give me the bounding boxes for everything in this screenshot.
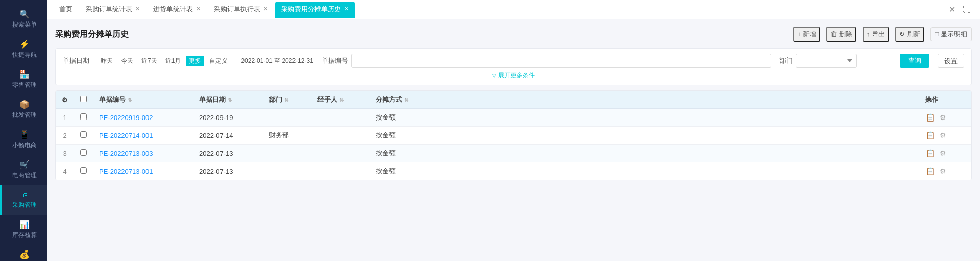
row-checkbox-3[interactable] xyxy=(80,149,87,156)
doc-no-input[interactable] xyxy=(351,54,771,68)
sidebar-item-retail[interactable]: 🏪零售管理 xyxy=(0,64,47,94)
expand-more-btn[interactable]: ▽ 展开更多条件 xyxy=(63,71,964,80)
tab-purchase-order-exec[interactable]: 采购订单执行表✕ xyxy=(208,2,274,18)
more-action-icon-3[interactable]: ⚙ xyxy=(939,148,947,158)
row-doc-no-3: PE-20220713-003 xyxy=(93,145,193,162)
edit-icon-4[interactable]: 📋 xyxy=(925,166,936,176)
dept-select[interactable] xyxy=(796,54,857,68)
doc-link-1[interactable]: PE-20220919-002 xyxy=(99,114,153,122)
row-handler-1 xyxy=(311,109,369,127)
tab-bar: 首页采购订单统计表✕进货单统计表✕采购订单执行表✕采购费用分摊单历史✕ ✕ ⛶ xyxy=(47,0,980,19)
sidebar-item-ecommerce[interactable]: 🛒电商管理 xyxy=(0,155,47,185)
inventory-icon: 📊 xyxy=(4,220,45,229)
sidebar-item-wholesale[interactable]: 📦批发管理 xyxy=(0,94,47,125)
tab-close-goods-receipt-stats[interactable]: ✕ xyxy=(196,6,201,12)
tab-purchase-order-stats[interactable]: 采购订单统计表✕ xyxy=(80,2,146,18)
tab-goods-receipt-stats[interactable]: 进货单统计表✕ xyxy=(147,2,207,18)
sidebar-item-inventory[interactable]: 📊库存核算 xyxy=(0,215,47,245)
row-handler-3 xyxy=(311,145,369,162)
more-btn[interactable]: 更多 xyxy=(186,56,204,66)
fullscreen-button[interactable]: ⛶ xyxy=(960,5,974,14)
edit-icon-1[interactable]: 📋 xyxy=(925,112,936,123)
close-window-button[interactable]: ✕ xyxy=(946,5,959,14)
today-btn[interactable]: 今天 xyxy=(118,56,136,66)
select-all-checkbox[interactable] xyxy=(80,96,87,102)
sort-icon-doc-date: ⇅ xyxy=(228,97,232,103)
th-actions: 操作 xyxy=(919,91,971,109)
th-dept: 部门⇅ xyxy=(263,91,311,109)
export-button[interactable]: ↑ 导出 xyxy=(863,27,889,42)
table-row: 3 PE-20220713-003 2022-07-13 按金额 📋 ⚙ xyxy=(56,145,971,162)
th-alloc-method: 分摊方式⇅ xyxy=(370,91,919,109)
row-actions-4: 📋 ⚙ xyxy=(919,162,971,180)
sort-icon-alloc: ⇅ xyxy=(404,97,408,103)
settings-button[interactable]: 设置 xyxy=(938,54,964,68)
dept-label: 部门 xyxy=(779,56,793,65)
sidebar-item-search[interactable]: 🔍搜索菜单 xyxy=(0,4,47,34)
more-action-icon-2[interactable]: ⚙ xyxy=(939,130,947,140)
row-actions-3: 📋 ⚙ xyxy=(919,145,971,162)
doc-link-4[interactable]: PE-20220713-001 xyxy=(99,168,153,175)
dept-field: 部门 xyxy=(779,54,892,68)
row-dept-4 xyxy=(263,162,311,180)
row-checkbox-4[interactable] xyxy=(80,167,87,174)
row-dept-1 xyxy=(263,109,311,127)
tab-close-purchase-order-exec[interactable]: ✕ xyxy=(263,6,268,12)
doc-link-3[interactable]: PE-20220713-003 xyxy=(99,150,153,157)
wholesale-icon: 📦 xyxy=(4,100,45,109)
row-num-3: 3 xyxy=(56,145,74,162)
sidebar-item-purchase[interactable]: 🛍采购管理 xyxy=(0,185,47,215)
row-check-3 xyxy=(74,145,93,162)
show-cols-button[interactable]: □ 显示明细 xyxy=(930,27,972,41)
table-header: ⚙ 单据编号⇅ 单据日期⇅ 部门⇅ 经手人⇅ xyxy=(56,91,971,109)
sidebar: 🔍搜索菜单⚡快捷导航🏪零售管理📦批发管理📱小畅电商🛒电商管理🛍采购管理📊库存核算… xyxy=(0,0,47,261)
tab-purchase-cost-history[interactable]: 采购费用分摊单历史✕ xyxy=(275,2,355,18)
row-num-1: 1 xyxy=(56,109,74,127)
row-dept-2: 财务部 xyxy=(263,127,311,145)
sort-icon-doc-no: ⇅ xyxy=(128,97,132,103)
finance-icon: 💰 xyxy=(4,250,45,259)
table-row: 4 PE-20220713-001 2022-07-13 按金额 📋 ⚙ xyxy=(56,162,971,180)
row-alloc-4: 按金额 xyxy=(370,162,919,180)
row-actions-2: 📋 ⚙ xyxy=(919,127,971,145)
edit-icon-3[interactable]: 📋 xyxy=(925,148,936,158)
row-doc-date-4: 2022-07-13 xyxy=(193,162,263,180)
7days-btn[interactable]: 近7天 xyxy=(138,56,160,66)
sidebar-item-mini[interactable]: 📱小畅电商 xyxy=(0,125,47,155)
query-button[interactable]: 查询 xyxy=(900,54,929,68)
row-checkbox-1[interactable] xyxy=(80,113,87,120)
table-row: 1 PE-20220919-002 2022-09-19 按金额 📋 ⚙ xyxy=(56,109,971,127)
filter-area: 单据日期 昨天 今天 近7天 近1月 更多 自定义 2022-01-01 至 2… xyxy=(55,48,972,85)
row-checkbox-2[interactable] xyxy=(80,131,87,138)
th-handler: 经手人⇅ xyxy=(311,91,369,109)
add-button[interactable]: + 新增 xyxy=(793,27,820,42)
page-content: 采购费用分摊单历史 + 新增 🗑 删除 ↑ 导出 ↻ 刷新 □ 显示明细 单据日… xyxy=(47,19,980,261)
data-table: ⚙ 单据编号⇅ 单据日期⇅ 部门⇅ 经手人⇅ xyxy=(56,91,971,180)
more-action-icon-4[interactable]: ⚙ xyxy=(939,166,947,176)
th-gear[interactable]: ⚙ xyxy=(56,91,74,109)
delete-button[interactable]: 🗑 删除 xyxy=(826,27,856,42)
row-alloc-2: 按金额 xyxy=(370,127,919,145)
custom-btn[interactable]: 自定义 xyxy=(206,56,231,66)
row-check-4 xyxy=(74,162,93,180)
sidebar-item-shortcut[interactable]: ⚡快捷导航 xyxy=(0,34,47,64)
more-action-icon-1[interactable]: ⚙ xyxy=(939,112,947,123)
refresh-button[interactable]: ↻ 刷新 xyxy=(895,27,924,42)
1month-btn[interactable]: 近1月 xyxy=(162,56,184,66)
table-body: 1 PE-20220919-002 2022-09-19 按金额 📋 ⚙ 2 P… xyxy=(56,109,971,180)
table-row: 2 PE-20220714-001 2022-07-14 财务部 按金额 📋 ⚙ xyxy=(56,127,971,145)
doc-no-field: 单据编号 xyxy=(322,54,771,68)
ecommerce-icon: 🛒 xyxy=(4,160,45,170)
sidebar-item-finance[interactable]: 💰资金管理 xyxy=(0,245,47,261)
main-content: 首页采购订单统计表✕进货单统计表✕采购订单执行表✕采购费用分摊单历史✕ ✕ ⛶ … xyxy=(47,0,980,261)
row-dept-3 xyxy=(263,145,311,162)
row-actions-1: 📋 ⚙ xyxy=(919,109,971,127)
edit-icon-2[interactable]: 📋 xyxy=(925,130,936,140)
tab-home[interactable]: 首页 xyxy=(53,2,79,18)
tab-close-purchase-cost-history[interactable]: ✕ xyxy=(344,6,349,12)
row-doc-date-1: 2022-09-19 xyxy=(193,109,263,127)
tab-close-purchase-order-stats[interactable]: ✕ xyxy=(135,6,140,12)
sort-icon-handler: ⇅ xyxy=(339,97,344,103)
doc-link-2[interactable]: PE-20220714-001 xyxy=(99,132,153,139)
yesterday-btn[interactable]: 昨天 xyxy=(97,56,116,66)
